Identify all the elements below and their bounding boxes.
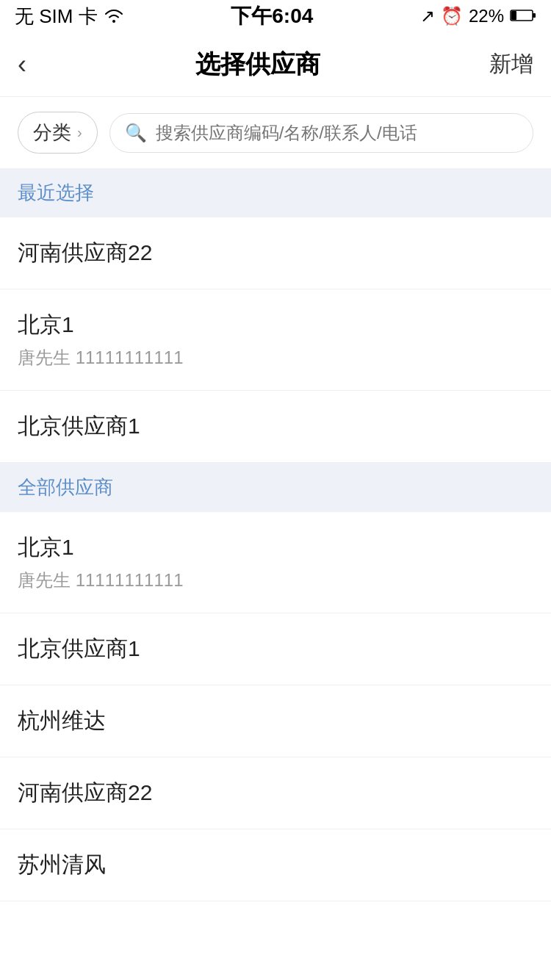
- recent-items-list: 河南供应商22 北京1 唐先生 11111111111 北京供应商1: [0, 217, 551, 463]
- search-icon: 🔍: [125, 123, 147, 143]
- battery-icon: [510, 6, 536, 26]
- list-item[interactable]: 河南供应商22: [0, 757, 551, 829]
- list-item[interactable]: 苏州清风: [0, 829, 551, 901]
- recent-section-header: 最近选择: [0, 168, 551, 217]
- wifi-icon: [104, 5, 124, 28]
- svg-rect-2: [533, 13, 536, 18]
- category-button[interactable]: 分类 ›: [18, 112, 98, 154]
- back-button[interactable]: ‹: [18, 49, 26, 80]
- list-item[interactable]: 杭州维达: [0, 685, 551, 757]
- status-time: 下午6:04: [231, 2, 313, 30]
- search-bar: 🔍: [109, 113, 533, 153]
- all-items-list: 北京1 唐先生 11111111111 北京供应商1杭州维达河南供应商22苏州清…: [0, 512, 551, 901]
- item-name: 北京1: [18, 533, 533, 563]
- list-item[interactable]: 北京供应商1: [0, 613, 551, 685]
- page-title: 选择供应商: [195, 48, 320, 82]
- item-sub: 唐先生 11111111111: [18, 346, 533, 370]
- sim-indicator: 无 SIM 卡: [15, 4, 98, 29]
- filter-bar: 分类 › 🔍: [0, 97, 551, 168]
- category-label: 分类: [33, 120, 71, 145]
- item-name: 河南供应商22: [18, 238, 533, 268]
- all-section-header: 全部供应商: [0, 463, 551, 512]
- status-bar: 无 SIM 卡 下午6:04 ↗ ⏰ 22%: [0, 0, 551, 32]
- list-item[interactable]: 北京1 唐先生 11111111111: [0, 512, 551, 613]
- item-name: 苏州清风: [18, 850, 533, 880]
- item-name: 北京1: [18, 310, 533, 340]
- list-item[interactable]: 北京供应商1: [0, 391, 551, 463]
- search-input[interactable]: [156, 123, 518, 143]
- status-left: 无 SIM 卡: [15, 4, 124, 29]
- item-name: 杭州维达: [18, 706, 533, 736]
- item-name: 北京供应商1: [18, 411, 533, 442]
- battery-percent: 22%: [469, 6, 504, 26]
- svg-rect-1: [511, 11, 516, 20]
- list-item[interactable]: 河南供应商22: [0, 217, 551, 289]
- status-right: ↗ ⏰ 22%: [420, 6, 536, 26]
- item-name: 北京供应商1: [18, 634, 533, 664]
- alarm-icon: ⏰: [441, 6, 463, 26]
- item-name: 河南供应商22: [18, 778, 533, 808]
- list-item[interactable]: 北京1 唐先生 11111111111: [0, 289, 551, 391]
- location-icon: ↗: [420, 6, 435, 26]
- add-button[interactable]: 新增: [489, 49, 533, 79]
- chevron-right-icon: ›: [77, 124, 82, 141]
- nav-bar: ‹ 选择供应商 新增: [0, 32, 551, 97]
- item-sub: 唐先生 11111111111: [18, 569, 533, 592]
